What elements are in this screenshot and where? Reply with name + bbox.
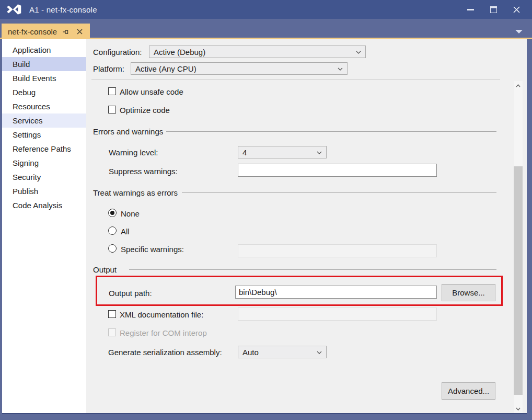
serialization-assembly-label: Generate serialization assembly: bbox=[108, 348, 222, 357]
xml-documentation-input bbox=[238, 308, 437, 321]
document-tab-net-fx-console[interactable]: net-fx-console bbox=[2, 24, 90, 39]
output-path-input[interactable] bbox=[235, 286, 437, 299]
sidebar-item-services[interactable]: Services bbox=[2, 113, 86, 128]
configuration-dropdown[interactable]: Active (Debug) bbox=[149, 46, 366, 58]
allow-unsafe-code-checkbox[interactable] bbox=[108, 87, 116, 95]
warning-level-label: Warning level: bbox=[109, 148, 158, 157]
serialization-assembly-value: Auto bbox=[242, 348, 259, 357]
radio-specific-warnings-label: Specific warnings: bbox=[121, 245, 184, 254]
sidebar-item-debug[interactable]: Debug bbox=[2, 85, 86, 99]
platform-label: Platform: bbox=[93, 64, 124, 73]
chevron-down-icon bbox=[317, 151, 322, 154]
treat-warnings-section-rule bbox=[182, 192, 496, 193]
vs-window: A1 - net-fx-console net-fx-console bbox=[0, 0, 532, 420]
visual-studio-logo-icon bbox=[6, 3, 22, 16]
document-tab-strip: net-fx-console bbox=[0, 19, 532, 39]
treat-warnings-section-title: Treat warnings as errors bbox=[93, 188, 178, 197]
com-interop-label: Register for COM interop bbox=[120, 328, 207, 337]
scroll-up-button[interactable] bbox=[514, 81, 523, 90]
errors-warnings-section-rule bbox=[166, 131, 496, 132]
sidebar-item-publish[interactable]: Publish bbox=[2, 184, 86, 198]
radio-all[interactable] bbox=[108, 226, 117, 235]
radio-specific-warnings[interactable] bbox=[108, 244, 117, 253]
warning-level-value: 4 bbox=[242, 148, 247, 157]
sidebar-item-signing[interactable]: Signing bbox=[2, 156, 86, 170]
sidebar-item-settings[interactable]: Settings bbox=[2, 128, 86, 142]
output-section-rule bbox=[129, 269, 496, 270]
chevron-down-icon bbox=[317, 351, 322, 354]
optimize-code-checkbox[interactable] bbox=[108, 106, 116, 113]
optimize-code-label: Optimize code bbox=[120, 106, 170, 115]
scrollbar-thumb[interactable] bbox=[514, 166, 523, 395]
platform-dropdown[interactable]: Active (Any CPU) bbox=[131, 62, 348, 75]
pin-icon[interactable] bbox=[62, 27, 71, 36]
output-section-title: Output bbox=[93, 265, 117, 274]
output-path-label: Output path: bbox=[109, 289, 152, 298]
sidebar-item-code-analysis[interactable]: Code Analysis bbox=[2, 198, 86, 212]
specific-warnings-input bbox=[238, 244, 437, 257]
sidebar-item-build-events[interactable]: Build Events bbox=[2, 71, 86, 85]
minimize-button[interactable] bbox=[459, 0, 482, 19]
title-bar: A1 - net-fx-console bbox=[0, 0, 532, 19]
document-tab-label: net-fx-console bbox=[8, 27, 57, 36]
scroll-down-button[interactable] bbox=[514, 404, 523, 413]
close-button[interactable] bbox=[505, 0, 528, 19]
chevron-down-icon bbox=[338, 67, 343, 71]
radio-none-label: None bbox=[121, 209, 140, 218]
maximize-icon bbox=[490, 6, 497, 13]
radio-all-label: All bbox=[121, 227, 130, 236]
xml-documentation-label: XML documentation file: bbox=[120, 310, 203, 319]
advanced-button[interactable]: Advanced... bbox=[442, 382, 495, 400]
platform-value: Active (Any CPU) bbox=[135, 64, 196, 73]
suppress-warnings-input[interactable] bbox=[238, 164, 437, 177]
chevron-down-icon bbox=[356, 51, 361, 54]
sidebar-item-security[interactable]: Security bbox=[2, 170, 86, 184]
xml-documentation-checkbox[interactable] bbox=[108, 310, 116, 318]
tab-well-dropdown-icon[interactable] bbox=[515, 30, 523, 33]
sidebar-item-application[interactable]: Application bbox=[2, 43, 86, 57]
designer-surface: Application Build Build Events Debug Res… bbox=[2, 39, 527, 413]
com-interop-checkbox bbox=[108, 328, 116, 336]
minimize-icon bbox=[467, 9, 474, 10]
warning-level-dropdown[interactable]: 4 bbox=[238, 146, 327, 158]
sidebar-item-resources[interactable]: Resources bbox=[2, 99, 86, 113]
radio-none[interactable] bbox=[108, 209, 117, 217]
configuration-label: Configuration: bbox=[93, 48, 142, 56]
sidebar-item-build[interactable]: Build bbox=[2, 57, 86, 71]
allow-unsafe-code-label: Allow unsafe code bbox=[120, 87, 183, 96]
vertical-scrollbar[interactable] bbox=[514, 81, 523, 413]
build-page: Configuration: Active (Debug) Platform: … bbox=[86, 39, 527, 413]
errors-warnings-section-title: Errors and warnings bbox=[93, 127, 163, 136]
close-icon bbox=[513, 6, 520, 13]
configuration-value: Active (Debug) bbox=[154, 48, 205, 56]
header-divider bbox=[91, 80, 500, 80]
suppress-warnings-label: Suppress warnings: bbox=[109, 167, 178, 176]
window-bottom-accent-line bbox=[2, 413, 527, 414]
browse-button[interactable]: Browse... bbox=[442, 284, 495, 301]
chevron-down-icon bbox=[516, 407, 521, 411]
serialization-assembly-dropdown[interactable]: Auto bbox=[238, 346, 327, 358]
window-title: A1 - net-fx-console bbox=[29, 5, 97, 14]
tab-close-icon[interactable] bbox=[75, 27, 84, 36]
sidebar-item-reference-paths[interactable]: Reference Paths bbox=[2, 142, 86, 156]
project-properties-sidebar: Application Build Build Events Debug Res… bbox=[2, 39, 86, 413]
maximize-button[interactable] bbox=[482, 0, 505, 19]
chevron-up-icon bbox=[516, 84, 521, 87]
